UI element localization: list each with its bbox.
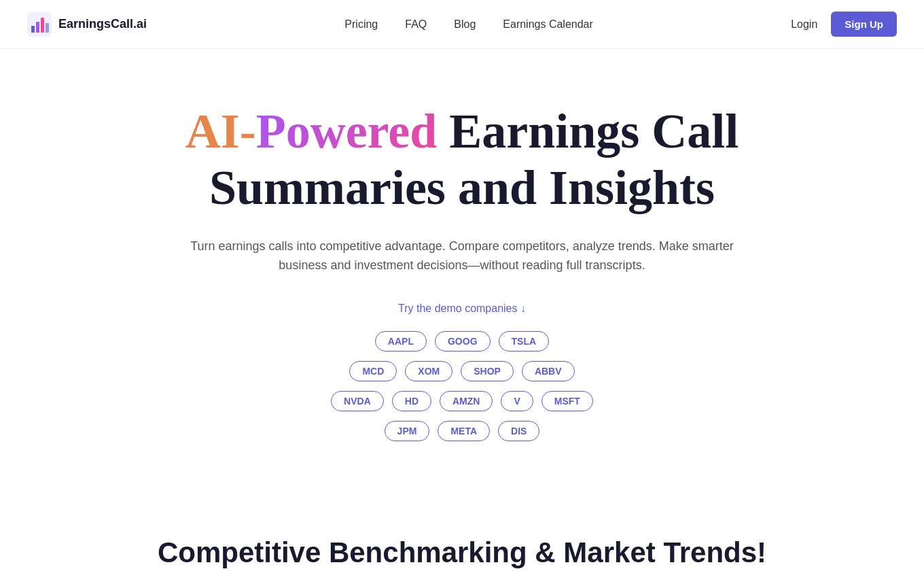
section-title: Competitive Benchmarking & Market Trends… xyxy=(27,536,897,569)
nav-link-blog[interactable]: Blog xyxy=(454,18,476,31)
nav-links: Pricing FAQ Blog Earnings Calendar xyxy=(344,18,592,31)
badge-xom[interactable]: XOM xyxy=(405,361,452,381)
badge-meta[interactable]: META xyxy=(438,421,490,441)
demo-row-1: AAPL GOOG TSLA xyxy=(375,331,549,351)
navbar: EarningsCall.ai Pricing FAQ Blog Earning… xyxy=(0,0,924,49)
badge-hd[interactable]: HD xyxy=(392,391,431,411)
hero-title-powered: Powered xyxy=(256,104,438,158)
svg-rect-1 xyxy=(31,26,35,33)
logo-text: EarningsCall.ai xyxy=(58,17,147,31)
hero-title-rest: Earnings Call xyxy=(437,104,739,158)
hero-title-ai: AI- xyxy=(185,104,256,158)
badge-v[interactable]: V xyxy=(501,391,533,411)
nav-link-pricing[interactable]: Pricing xyxy=(344,18,378,31)
badge-dis[interactable]: DIS xyxy=(498,421,539,441)
nav-link-faq[interactable]: FAQ xyxy=(405,18,427,31)
hero-section: AI-Powered Earnings Call Summaries and I… xyxy=(0,49,924,509)
hero-title: AI-Powered Earnings Call Summaries and I… xyxy=(185,103,739,216)
badge-abbv[interactable]: ABBV xyxy=(522,361,575,381)
benchmarking-section: Competitive Benchmarking & Market Trends… xyxy=(0,509,924,584)
hero-title-line2: Summaries and Insights xyxy=(209,160,715,215)
svg-rect-4 xyxy=(46,23,49,33)
signup-button[interactable]: Sign Up xyxy=(831,12,897,37)
login-button[interactable]: Login xyxy=(791,18,817,31)
badge-goog[interactable]: GOOG xyxy=(435,331,491,351)
nav-link-earnings-calendar[interactable]: Earnings Calendar xyxy=(503,18,593,31)
hero-subtitle: Turn earnings calls into competitive adv… xyxy=(190,237,734,276)
demo-label[interactable]: Try the demo companies ↓ xyxy=(398,303,526,315)
svg-rect-3 xyxy=(41,18,44,33)
auth-buttons: Login Sign Up xyxy=(791,12,897,37)
badge-nvda[interactable]: NVDA xyxy=(331,391,384,411)
demo-companies: AAPL GOOG TSLA MCD XOM SHOP ABBV NVDA HD… xyxy=(331,331,593,441)
badge-tsla[interactable]: TSLA xyxy=(499,331,550,351)
badge-amzn[interactable]: AMZN xyxy=(440,391,493,411)
badge-jpm[interactable]: JPM xyxy=(385,421,430,441)
demo-row-4: JPM META DIS xyxy=(385,421,540,441)
logo-icon xyxy=(27,12,52,37)
badge-aapl[interactable]: AAPL xyxy=(375,331,427,351)
badge-mcd[interactable]: MCD xyxy=(349,361,397,381)
badge-msft[interactable]: MSFT xyxy=(541,391,593,411)
demo-row-3: NVDA HD AMZN V MSFT xyxy=(331,391,593,411)
svg-rect-2 xyxy=(36,22,39,33)
demo-row-2: MCD XOM SHOP ABBV xyxy=(349,361,574,381)
badge-shop[interactable]: SHOP xyxy=(461,361,514,381)
logo-area: EarningsCall.ai xyxy=(27,12,147,37)
